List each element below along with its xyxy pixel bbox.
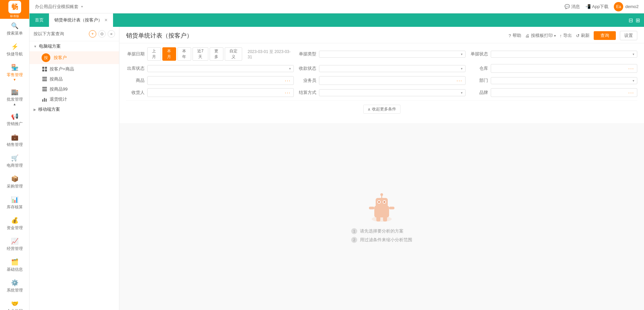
scheme-collapse-btn[interactable]: « — [108, 30, 115, 38]
sidebar-item-retail[interactable]: 🏪 零售管理 ▼ — [0, 60, 30, 85]
out-status-arrow: ▾ — [289, 67, 291, 70]
retail-icon: 🏪 — [11, 64, 18, 71]
export-btn[interactable]: ↑ 导出 — [560, 33, 572, 39]
order-status-select[interactable]: ▾ — [491, 51, 637, 58]
tree-child-label: 按商品 — [50, 76, 63, 82]
collapse-btn[interactable]: ∧ 收起更多条件 — [363, 105, 400, 114]
sidebar-item-ecommerce[interactable]: 🛒 电商管理 — [0, 151, 30, 172]
brand-select[interactable]: ··· — [491, 88, 637, 97]
refresh-btn[interactable]: ↺ 刷新 — [576, 33, 590, 39]
message-btn[interactable]: 💬 消息 — [565, 4, 580, 10]
settlement-label: 结算方式 — [298, 90, 316, 96]
svg-point-18 — [378, 201, 380, 203]
tab-expand-icon[interactable]: ⊞ — [636, 17, 640, 23]
search-icon: 🔍 — [11, 22, 18, 30]
out-status-select[interactable]: ▾ — [147, 65, 294, 72]
receiver-select[interactable]: ··· — [147, 88, 294, 97]
query-button[interactable]: 查询 — [594, 31, 616, 40]
tree-child-by-goods-99[interactable]: 按商品99 — [30, 84, 119, 94]
filter-row-1: 单据日期 上月 本月 本年 近7天 更多 自定义 2023-03-01 至 20… — [126, 47, 637, 61]
date-btn-this-year[interactable]: 本年 — [177, 47, 191, 61]
sidebar-item-nav[interactable]: ⚡ 快捷导航 — [0, 40, 30, 60]
bar-chart-icon — [42, 96, 48, 102]
tip2-number: 2 — [351, 237, 357, 243]
sidebar-item-enterprise[interactable]: 🤝 企业协同 — [0, 297, 30, 310]
tab-home-label: 首页 — [35, 17, 44, 23]
empty-state: 1 请先选择要分析的方案 2 用过滤条件来缩小分析范围 — [119, 123, 644, 310]
tree-group-mobile[interactable]: ▶ 移动端方案 — [30, 104, 119, 114]
tree-child-label: 退货统计 — [50, 96, 67, 102]
tree-child-by-goods[interactable]: 按商品 — [30, 74, 119, 84]
receipt-status-arrow: ▾ — [461, 67, 463, 70]
sidebar-item-sales[interactable]: 💼 销售管理 — [0, 130, 30, 151]
filter-department-item: 部门 ▾ — [470, 77, 637, 84]
tree-group-desktop[interactable]: ▼ 电脑端方案 — [30, 41, 119, 51]
scheme-panel-actions: + ⊙ « — [89, 30, 115, 38]
tree-group-mobile-label: 移动端方案 — [38, 106, 60, 112]
tab-home[interactable]: 首页 — [30, 13, 49, 27]
receipt-status-label: 收款状态 — [298, 65, 316, 71]
help-btn[interactable]: ? 帮助 — [508, 33, 521, 39]
filter-goods-item: 商品 ··· — [126, 76, 294, 85]
table-icon — [42, 76, 48, 82]
tree-child-by-customer[interactable]: 按 按客户 — [30, 51, 119, 64]
date-btn-last-month[interactable]: 上月 — [147, 47, 161, 61]
app-download-btn[interactable]: 📲 App下载 — [585, 4, 608, 10]
settings-button[interactable]: 设置 — [620, 31, 637, 40]
export-icon: ↑ — [560, 33, 562, 38]
svg-rect-10 — [42, 99, 43, 102]
sidebar-item-inventory[interactable]: 📊 库存核算 — [0, 193, 30, 213]
empty-tip-1: 1 请先选择要分析的方案 — [351, 228, 412, 234]
header-right: 💬 消息 📲 App下载 Ea demo2 — [565, 2, 639, 11]
sidebar-item-wholesale[interactable]: 🏬 批发管理 ▲ — [0, 85, 30, 109]
date-btn-this-month[interactable]: 本月 — [162, 47, 176, 61]
sidebar-item-system[interactable]: ⚙️ 系统管理 — [0, 276, 30, 297]
sidebar-item-marketing[interactable]: 📢 营销推广 — [0, 109, 30, 130]
sidebar-item-purchase[interactable]: 📦 采购管理 — [0, 172, 30, 193]
date-btn-custom[interactable]: 自定义 — [225, 47, 242, 61]
svg-rect-3 — [45, 69, 47, 71]
svg-rect-6 — [42, 80, 47, 81]
receipt-status-select[interactable]: ▾ — [319, 65, 466, 72]
out-status-label: 出库状态 — [126, 65, 145, 71]
sidebar-item-operations[interactable]: 📈 经营管理 — [0, 234, 30, 255]
marketing-icon: 📢 — [11, 113, 18, 120]
settlement-select[interactable]: ▾ — [319, 89, 466, 96]
tab-close-icon[interactable]: ✕ — [104, 18, 108, 22]
filter-receiver-item: 收货人 ··· — [126, 88, 294, 97]
collapse-label: 收起更多条件 — [372, 106, 396, 112]
tree-group-mobile-toggle: ▶ — [34, 108, 36, 111]
user-info[interactable]: Ea demo2 — [614, 2, 639, 11]
receiver-label: 收货人 — [126, 90, 145, 96]
sidebar-item-search[interactable]: 🔍 搜索菜单 — [0, 19, 30, 40]
logo-tagline: 标准版 — [10, 14, 19, 18]
empty-tip-2: 2 用过滤条件来缩小分析范围 — [351, 237, 412, 243]
department-select[interactable]: ▾ — [491, 77, 637, 84]
basic-icon: 🗂️ — [11, 258, 18, 266]
svg-rect-4 — [42, 77, 47, 78]
date-btn-last-7[interactable]: 近7天 — [193, 47, 208, 61]
svg-rect-5 — [42, 79, 47, 80]
logo-icon: 畅 — [11, 2, 18, 11]
account-dropdown-arrow[interactable]: ▾ — [81, 5, 83, 8]
tab-sales-stat[interactable]: 销货单统计表（按客户） ✕ — [49, 13, 113, 27]
tree-child-label: 按商品99 — [50, 86, 67, 92]
salesperson-select[interactable]: ··· — [319, 76, 466, 85]
sidebar-item-basic[interactable]: 🗂️ 基础信息 — [0, 255, 30, 276]
print-btn[interactable]: 🖨 按模板打印 ▾ — [525, 33, 556, 39]
goods-select[interactable]: ··· — [147, 76, 294, 85]
warehouse-select[interactable]: ··· — [491, 64, 637, 73]
order-type-label: 单据类型 — [298, 51, 316, 57]
date-btn-more[interactable]: 更多 — [210, 47, 223, 61]
table2-icon — [42, 86, 48, 92]
message-label: 消息 — [571, 4, 580, 10]
goods-dots: ··· — [285, 78, 291, 83]
tree-child-return-stat[interactable]: 退货统计 — [30, 94, 119, 104]
tab-minimize-icon[interactable]: ⊟ — [629, 17, 633, 23]
order-type-select[interactable]: ▾ — [319, 51, 466, 58]
sidebar-item-finance[interactable]: 💰 资金管理 — [0, 213, 30, 234]
scheme-add-btn[interactable]: + — [89, 30, 96, 38]
tree-child-label: 按客户 — [54, 55, 67, 61]
tree-child-by-customer-goods[interactable]: 按客户+商品 — [30, 64, 119, 74]
scheme-settings-btn[interactable]: ⊙ — [98, 30, 106, 38]
